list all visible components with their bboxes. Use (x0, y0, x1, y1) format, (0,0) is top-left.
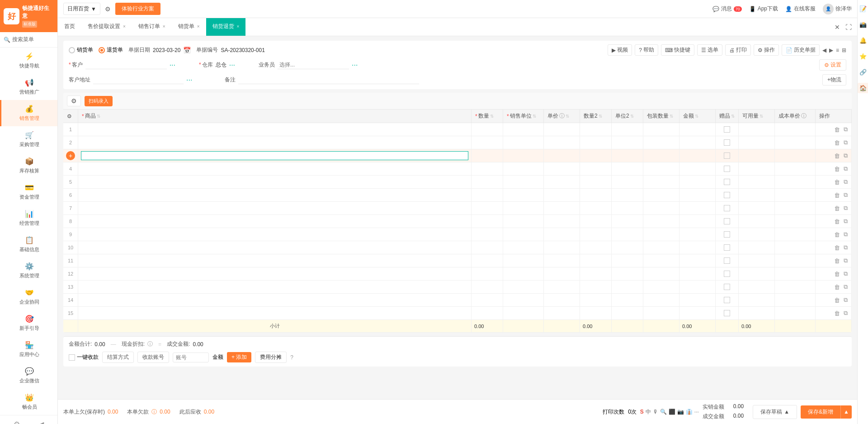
col-qty-sort[interactable]: ⇅ (490, 114, 494, 119)
add-btn[interactable]: + 添加 (227, 352, 251, 362)
r15-del[interactable]: 🗑 (833, 309, 841, 318)
add-row-btn[interactable]: + (66, 151, 75, 160)
tab-sales-order-close-icon[interactable]: × (163, 24, 165, 29)
row-3-qty2[interactable] (580, 149, 612, 162)
r8-copy[interactable]: ⧉ (843, 217, 849, 226)
row-2-product[interactable] (78, 136, 472, 149)
online-service-btn[interactable]: 👤 在线客服 (785, 5, 816, 13)
row-3-copy-icon[interactable]: ⧉ (843, 151, 849, 160)
experience-btn[interactable]: 体验行业方案 (115, 3, 160, 15)
r11-del[interactable]: 🗑 (833, 257, 841, 265)
customer-input[interactable] (85, 61, 167, 69)
rp-icon-6[interactable]: 🏠 (858, 83, 868, 93)
row-3-unit2[interactable] (612, 149, 643, 162)
row-1-copy-icon[interactable]: ⧉ (843, 125, 849, 134)
r14-gift[interactable] (724, 297, 730, 303)
row-1-unit2[interactable] (612, 123, 643, 136)
tab-home[interactable]: 首页 (58, 18, 81, 36)
r4-gift[interactable] (724, 166, 730, 172)
sidebar-item-system[interactable]: ⚙️ 系统管理 (0, 257, 57, 284)
save-new-dropdown-btn[interactable]: ▲ (840, 405, 852, 419)
r7-copy[interactable]: ⧉ (843, 204, 849, 213)
rp-icon-2[interactable]: 📸 (858, 19, 868, 30)
app-download-btn[interactable]: 📱 App下载 (749, 5, 778, 13)
row-3-product-input[interactable] (81, 151, 468, 160)
r14-copy[interactable]: ⧉ (843, 295, 849, 305)
r4-av[interactable] (739, 162, 775, 176)
row-1-qty[interactable] (472, 123, 503, 136)
r10-gift[interactable] (724, 244, 730, 251)
col-qty2-sort[interactable]: ⇅ (599, 114, 602, 119)
tab-sales-return-close-icon[interactable]: × (237, 24, 240, 29)
r4-q2[interactable] (580, 162, 612, 176)
row-2-gift-checkbox[interactable] (724, 139, 730, 146)
tab-sales-return[interactable]: 销货退货 × (206, 18, 246, 36)
tab-sales-close-icon[interactable]: × (197, 24, 200, 29)
row-1-gift[interactable] (716, 123, 739, 136)
warehouse-dots-icon[interactable]: ··· (229, 61, 235, 69)
r11-copy[interactable]: ⧉ (843, 256, 849, 265)
calendar-icon[interactable]: 📅 (183, 47, 191, 54)
r14-del[interactable]: 🗑 (833, 296, 841, 305)
r8-del[interactable]: 🗑 (833, 217, 841, 226)
r13-copy[interactable]: ⧉ (843, 282, 849, 291)
account-btn[interactable]: 收款账号 (137, 352, 169, 363)
customer-dots-icon[interactable]: ··· (170, 61, 175, 69)
toolbar-history-btn[interactable]: 📄 历史单据 (782, 44, 820, 56)
r5-copy[interactable]: ⧉ (843, 177, 849, 186)
sidebar-item-marketing[interactable]: 📢 营销推广 (0, 74, 57, 100)
r13-del[interactable]: 🗑 (833, 283, 841, 291)
user-profile[interactable]: 👤 徐泽华 (823, 4, 852, 14)
footer-help-icon[interactable]: ? (290, 354, 293, 361)
col-product-sort[interactable]: ⇅ (97, 114, 100, 119)
close-tab-icon[interactable]: ✕ (833, 22, 842, 33)
message-btn[interactable]: 💬 消息 70 (712, 5, 742, 13)
view-grid-icon[interactable]: ⊞ (842, 47, 846, 53)
account-input[interactable] (173, 353, 209, 362)
rp-icon-1[interactable]: 📝 (858, 4, 868, 14)
r4-pr[interactable] (544, 162, 580, 176)
r4-copy[interactable]: ⧉ (843, 164, 849, 173)
sidebar-item-enterprise[interactable]: 🤝 企业协同 (0, 284, 57, 310)
tab-sales[interactable]: 销货单 × (172, 18, 206, 36)
view-list-icon[interactable]: ≡ (836, 47, 839, 53)
row-2-gift[interactable] (716, 136, 739, 149)
staff-input[interactable] (278, 61, 349, 69)
save-new-btn[interactable]: 保存&新增 (801, 405, 840, 419)
r4-c[interactable] (775, 162, 816, 176)
r9-copy[interactable]: ⧉ (843, 230, 849, 239)
r15-gift[interactable] (724, 310, 730, 316)
col-settings-icon[interactable]: ⚙ (67, 113, 72, 119)
r4-u2[interactable] (612, 162, 643, 176)
r15-copy[interactable]: ⧉ (843, 309, 849, 318)
row-3-product[interactable] (78, 149, 472, 162)
search-menu[interactable]: 🔍 搜索菜单 (0, 32, 57, 48)
staff-dots-icon[interactable]: ··· (352, 61, 358, 69)
one-click-checkbox[interactable] (69, 354, 75, 361)
toolbar-video-btn[interactable]: ▶ 视频 (608, 44, 632, 56)
row-3-unit[interactable] (503, 149, 544, 162)
row-3-pack[interactable] (643, 149, 679, 162)
sidebar-item-member[interactable]: 👑 畅会员 (0, 389, 57, 415)
row-3-available[interactable] (739, 149, 775, 162)
row-1-pack[interactable] (643, 123, 679, 136)
r10-del[interactable]: 🗑 (833, 243, 841, 252)
expense-split-btn[interactable]: 费用分摊 (255, 352, 287, 363)
r4-a[interactable] (679, 162, 716, 176)
sidebar-item-finance[interactable]: 💳 资金管理 (0, 179, 57, 205)
industry-dropdown[interactable]: 日用百货 ▼ (63, 3, 100, 15)
col-unit2-sort[interactable]: ⇅ (630, 114, 634, 119)
col-pack-sort[interactable]: ⇅ (670, 114, 673, 119)
address-dots-icon[interactable]: ··· (186, 76, 192, 84)
r9-del[interactable]: 🗑 (833, 230, 841, 239)
row-2-copy-icon[interactable]: ⧉ (843, 138, 849, 147)
nav-next-icon[interactable]: ▶ (829, 47, 833, 53)
row-3-cost[interactable] (775, 149, 816, 162)
one-click-payment[interactable]: 一键收款 (69, 353, 99, 361)
r12-copy[interactable]: ⧉ (843, 269, 849, 278)
row-3-delete-icon[interactable]: 🗑 (833, 152, 841, 160)
settings-gear-icon[interactable]: ⚙ (14, 420, 20, 424)
row-3-qty[interactable] (472, 149, 503, 162)
scan-input-btn[interactable]: 扫码录入 (85, 96, 113, 106)
row-1-amount[interactable] (679, 123, 716, 136)
